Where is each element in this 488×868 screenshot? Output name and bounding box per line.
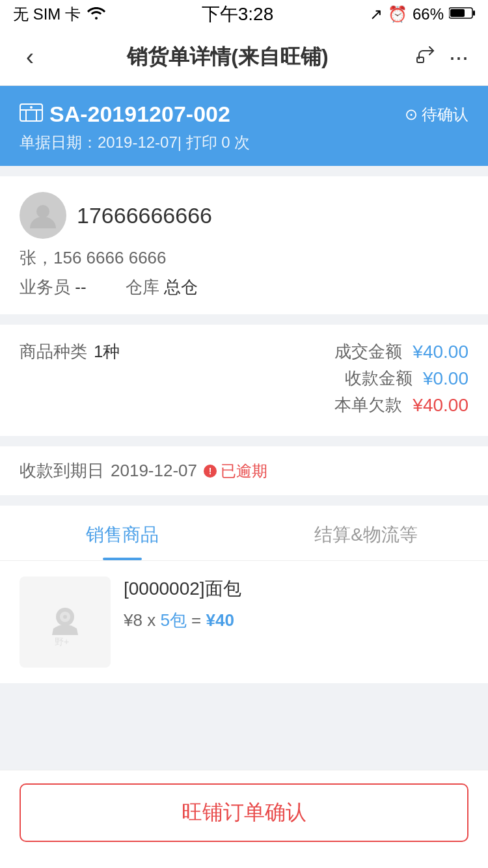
tabs: 销售商品 结算&物流等 xyxy=(0,506,488,561)
received-amount-value: ¥0.00 xyxy=(423,368,468,389)
nav-bar: ‹ 销货单详情(来自旺铺) ··· xyxy=(0,29,488,86)
wifi-icon xyxy=(87,5,105,23)
tab-settlement[interactable]: 结算&物流等 xyxy=(244,506,488,560)
customer-name-detail: 张，156 6666 6666 xyxy=(20,247,468,269)
confirm-button[interactable]: 旺铺订单确认 xyxy=(20,783,468,842)
order-number: SA-20191207-002 xyxy=(20,102,230,127)
svg-point-9 xyxy=(63,615,67,619)
sales-info: 业务员 -- xyxy=(20,276,87,299)
bottom-bar: 旺铺订单确认 xyxy=(0,770,488,868)
svg-rect-1 xyxy=(473,10,475,16)
svg-rect-3 xyxy=(417,57,424,62)
overdue-text: 已逾期 xyxy=(221,461,267,481)
amount-info: 成交金额 ¥40.00 收款金额 ¥0.00 本单欠款 ¥40.00 xyxy=(334,340,468,420)
clock-icon: ⊙ xyxy=(405,105,418,124)
status-right: ↗ ⏰ 66% xyxy=(370,5,475,23)
status-bar: 无 SIM 卡 下午3:28 ↗ ⏰ 66% xyxy=(0,0,488,29)
due-date-value: 2019-12-07 xyxy=(111,461,197,481)
summary-row: 商品种类 1种 成交金额 ¥40.00 收款金额 ¥0.00 本单欠款 ¥40.… xyxy=(20,340,468,420)
share-icon[interactable] xyxy=(415,44,436,71)
due-label: 收款到期日 xyxy=(20,459,104,482)
warehouse-info: 仓库 总仓 xyxy=(126,276,198,299)
order-status: ⊙ 待确认 xyxy=(405,104,468,125)
product-section: 野+ [0000002]面包 ¥8 x 5包 = ¥40 xyxy=(0,561,488,683)
product-item: 野+ [0000002]面包 ¥8 x 5包 = ¥40 xyxy=(20,576,468,668)
back-button[interactable]: ‹ xyxy=(20,37,40,77)
more-icon[interactable]: ··· xyxy=(449,44,468,71)
product-thumbnail: 野+ xyxy=(20,576,111,668)
overdue-icon: ! xyxy=(204,465,217,478)
owed-amount-row: 本单欠款 ¥40.00 xyxy=(334,394,468,416)
tab-section: 销售商品 结算&物流等 野+ [0000002]面包 ¥8 xyxy=(0,506,488,683)
customer-row: 17666666666 xyxy=(20,192,468,239)
overdue-badge: ! 已逾期 xyxy=(204,461,267,481)
tab-underline xyxy=(103,558,142,560)
customer-meta: 业务员 -- 仓库 总仓 xyxy=(20,276,468,299)
summary-section: 商品种类 1种 成交金额 ¥40.00 收款金额 ¥0.00 本单欠款 ¥40.… xyxy=(0,325,488,436)
order-inbox-icon xyxy=(20,102,43,127)
product-name: [0000002]面包 xyxy=(124,576,468,601)
svg-point-5 xyxy=(30,106,33,109)
received-amount-row: 收款金额 ¥0.00 xyxy=(334,367,468,390)
product-type-info: 商品种类 1种 xyxy=(20,340,120,363)
sim-text: 无 SIM 卡 xyxy=(13,4,81,25)
customer-phone: 17666666666 xyxy=(77,203,212,228)
header-card: SA-20191207-002 ⊙ 待确认 单据日期：2019-12-07| 打… xyxy=(0,86,488,166)
battery-icon xyxy=(449,5,475,23)
nav-actions: ··· xyxy=(415,44,468,71)
svg-point-6 xyxy=(36,205,49,218)
alarm-icon: ⏰ xyxy=(388,5,407,23)
svg-text:野+: 野+ xyxy=(55,636,69,647)
order-date: 单据日期：2019-12-07| 打印 0 次 xyxy=(20,132,468,153)
deal-amount-value: ¥40.00 xyxy=(413,342,468,362)
product-total: ¥40 xyxy=(206,610,234,630)
status-left: 无 SIM 卡 xyxy=(13,4,105,25)
location-icon: ↗ xyxy=(370,5,383,23)
product-info: [0000002]面包 ¥8 x 5包 = ¥40 xyxy=(124,576,468,632)
battery-text: 66% xyxy=(413,5,444,23)
deal-amount-row: 成交金额 ¥40.00 xyxy=(334,340,468,363)
owed-amount-value: ¥40.00 xyxy=(413,395,468,416)
avatar xyxy=(20,192,66,239)
customer-section: 17666666666 张，156 6666 6666 业务员 -- 仓库 总仓 xyxy=(0,176,488,314)
tab-sales[interactable]: 销售商品 xyxy=(0,506,244,560)
svg-rect-2 xyxy=(450,9,465,17)
product-quantity: 5包 xyxy=(160,610,186,630)
due-date-section: 收款到期日 2019-12-07 ! 已逾期 xyxy=(0,446,488,495)
product-price: ¥8 x 5包 = ¥40 xyxy=(124,609,468,632)
page-title: 销货单详情(来自旺铺) xyxy=(127,43,328,72)
status-time: 下午3:28 xyxy=(202,2,274,27)
